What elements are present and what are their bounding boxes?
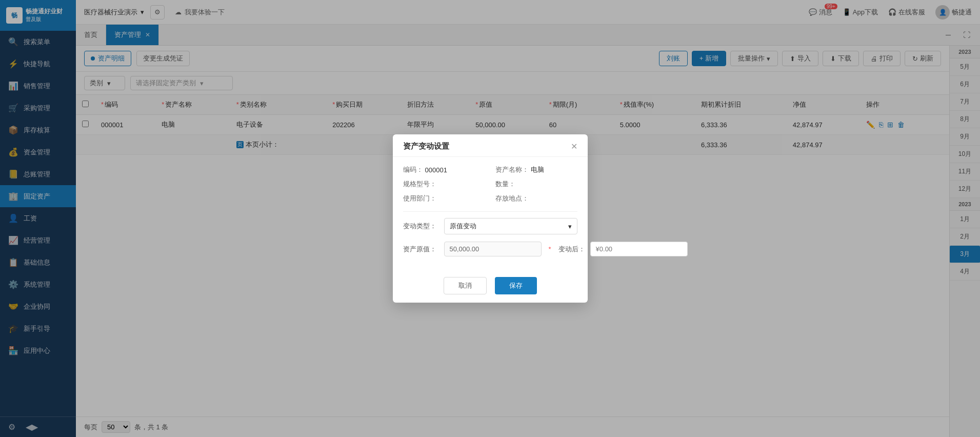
change-type-label: 变动类型： [403,222,439,231]
required-mark: * [549,245,551,253]
chevron-down-icon: ▾ [568,223,572,230]
dialog-body: 编码： 000001 资产名称： 电脑 规格型号： 数量： 使用部门： [393,157,588,272]
asset-value-label: 资产原值： [403,245,439,254]
info-department: 使用部门： [403,194,485,203]
change-type-select[interactable]: 原值变动 ▾ [444,218,577,234]
info-spec: 规格型号： [403,180,485,189]
asset-value-row: 资产原值： * 变动后： [403,242,577,256]
dialog-info-grid: 编码： 000001 资产名称： 电脑 规格型号： 数量： 使用部门： [403,165,577,203]
dialog-title: 资产变动设置 [403,142,449,151]
info-code: 编码： 000001 [403,165,485,174]
info-location: 存放地点： [495,194,577,203]
dialog-close-button[interactable]: ✕ [571,142,577,151]
cancel-button[interactable]: 取消 [444,277,487,294]
change-type-row: 变动类型： 原值变动 ▾ [403,218,577,234]
asset-value-input [444,242,542,256]
change-type-value: 原值变动 [450,222,476,231]
modal-overlay: 资产变动设置 ✕ 编码： 000001 资产名称： 电脑 规格型号： 数量： [0,0,980,437]
save-button[interactable]: 保存 [495,277,537,294]
dialog-divider [403,211,577,212]
after-label: 变动后： [558,245,585,254]
info-quantity: 数量： [495,180,577,189]
info-asset-name: 资产名称： 电脑 [495,165,577,174]
after-value-input[interactable] [590,242,688,256]
dialog-header: 资产变动设置 ✕ [393,134,588,157]
dialog-footer: 取消 保存 [393,272,588,303]
asset-change-dialog: 资产变动设置 ✕ 编码： 000001 资产名称： 电脑 规格型号： 数量： [393,134,588,303]
